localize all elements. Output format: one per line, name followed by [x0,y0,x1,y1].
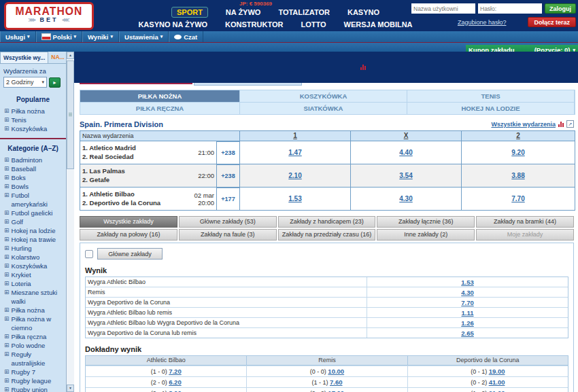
odds-1[interactable]: 2.10 [288,172,301,179]
external-link-icon[interactable]: ↗ [566,120,574,128]
expand-icon[interactable]: ⊞ [4,315,10,332]
sidebar-category[interactable]: ⊞Bowls [0,182,66,191]
sidebar-item-pilka-nozna[interactable]: ⊞Piłka nożna [0,107,66,115]
sidebar-category[interactable]: ⊞Loteria [0,279,66,288]
odds-link[interactable]: 6.20 [169,378,182,386]
odds-link[interactable]: 1.53 [461,279,474,286]
expand-icon[interactable]: ⊞ [4,182,10,191]
password-input[interactable] [478,3,542,14]
statistics-icon[interactable] [558,122,564,127]
expand-icon[interactable]: ⊞ [4,244,10,253]
expand-icon[interactable]: ⊞ [4,115,10,124]
market-tab-totals[interactable]: Zakłady łącznie (36) [377,216,475,228]
events-period-select[interactable]: 2 Godziny▾ [3,77,47,88]
market-tab-goals[interactable]: Zakłady na bramki (44) [476,216,574,228]
sidebar-category[interactable]: ⊞Rugby union [0,385,66,392]
market-tab-all[interactable]: Wszystkie zakłady [80,216,177,228]
odds-x[interactable]: 4.30 [399,195,412,202]
expand-icon[interactable]: ⊞ [4,288,10,306]
market-tab-main[interactable]: Główne zakłady (53) [179,216,277,228]
sidebar-category[interactable]: ⊞Polo wodne [0,341,66,350]
sidebar-category[interactable]: ⊞Badminton [0,156,66,164]
nav-wersja-mobilna[interactable]: WERSJA MOBILNA [344,20,413,29]
expand-icon[interactable]: ⊞ [4,262,10,270]
odds-header-1[interactable]: 1 [239,131,350,141]
expand-icon[interactable]: ⊞ [4,164,10,173]
nav-sport[interactable]: SPORT [171,7,208,18]
markets-count[interactable]: +238 [217,164,239,187]
sidebar-category[interactable]: ⊞Hokej na lodzie [0,226,66,235]
expand-icon[interactable]: ⊞ [4,341,10,350]
sidebar-category[interactable]: ⊞Piłka ręczna [0,332,66,341]
odds-1[interactable]: 1.53 [288,195,301,202]
nav-totalizator[interactable]: TOTALIZATOR [278,8,330,16]
odds-link[interactable]: 7.70 [461,299,474,306]
market-tab-my-bets[interactable]: Moje zakłady [476,229,574,240]
odds-link[interactable]: 1.26 [461,319,474,327]
odds-header-2[interactable]: 2 [461,131,575,141]
nav-konstruktor[interactable]: KONSTRUKTOR [225,20,283,29]
odds-x[interactable]: 3.54 [399,172,412,179]
expand-icon[interactable]: ⊞ [4,191,10,209]
sidebar-category[interactable]: ⊞Hurling [0,244,66,253]
menu-language[interactable]: Polski▾ [36,31,83,42]
expand-icon[interactable]: ⊞ [4,124,10,133]
expand-icon[interactable]: ⊞ [4,209,10,217]
expand-icon[interactable]: ⊞ [4,235,10,244]
all-events-link[interactable]: Wszystkie wydarzenia [491,121,556,128]
odds-link[interactable]: 10.00 [328,368,344,375]
join-button[interactable]: Dołącz teraz [528,17,576,27]
sidebar-category[interactable]: ⊞Kolarstwo [0,253,66,262]
checkbox-icon[interactable] [85,250,93,258]
sidebar-category[interactable]: ⊞Piłka nożna w ciemno [0,315,66,332]
expand-icon[interactable]: ⊞ [4,385,10,392]
sidebar-category[interactable]: ⊞Boks [0,173,66,182]
sidebar-category[interactable]: ⊞Futbol amerykański [0,191,66,209]
sport-tab-pilka-reczna[interactable]: PIŁKA RĘCZNA [80,103,239,114]
username-input[interactable] [411,3,475,14]
odds-2[interactable]: 9.20 [511,149,524,156]
nav-kasyno-na-zywo[interactable]: KASYNO NA ŻYWO [138,20,207,29]
menu-ustawienia[interactable]: Ustawienia▾ [119,31,169,42]
odds-link[interactable]: 8.00 [169,389,182,392]
login-button[interactable]: Zaloguj [545,3,576,14]
nav-na-zywo[interactable]: NA ŻYWO [226,8,261,16]
lost-password-link[interactable]: Zagubione hasło? [458,19,507,26]
go-button[interactable]: ► [49,77,61,88]
expand-icon[interactable]: ⊞ [4,350,10,368]
menu-wyniki[interactable]: Wyniki▾ [82,31,119,42]
sidebar-tab-all-events[interactable]: Wszystkie wy... [0,52,48,63]
market-tab-handicap[interactable]: Zakłady z handicapem (23) [278,216,376,228]
sidebar-category[interactable]: ⊞Mieszane sztuki walki [0,288,66,306]
sidebar-category[interactable]: ⊞Piłka nożna [0,306,66,315]
sidebar-category[interactable]: ⊞Futbol gaelicki [0,209,66,217]
market-tab-halves[interactable]: Zakłady na połowy (16) [80,229,177,240]
marathonbet-logo[interactable]: MARATHON ⋙ BET ⋘ [4,2,94,30]
expand-icon[interactable]: ⊞ [4,279,10,288]
expand-icon[interactable]: ⊞ [4,107,10,115]
odds-2[interactable]: 3.88 [511,172,524,179]
sidebar-category[interactable]: ⊞Hokej na trawie [0,235,66,244]
sport-tab-koszykowka[interactable]: KOSZYKÓWKA [240,90,407,102]
odds-link[interactable]: 19.00 [489,368,505,375]
market-tab-other[interactable]: Inne zakłady (2) [377,229,475,240]
sport-tab-pilka-nozna[interactable]: PIŁKA NOŻNA [80,90,239,102]
odds-link[interactable]: 4.30 [461,289,474,296]
expand-icon[interactable]: ⊞ [4,306,10,315]
sidebar-category[interactable]: ⊞Rugby 7 [0,368,66,376]
odds-link[interactable]: 1.11 [462,309,474,317]
sidebar-item-tenis[interactable]: ⊞Tenis [0,115,66,124]
expand-icon[interactable]: ⊞ [4,332,10,341]
expand-icon[interactable]: ⊞ [4,270,10,279]
odds-link[interactable]: 7.20 [169,368,182,375]
odds-link[interactable]: 21.00 [489,389,505,392]
expand-icon[interactable]: ⊞ [4,156,10,164]
odds-link[interactable]: 41.00 [489,378,505,386]
sidebar-category[interactable]: ⊞Krykiet [0,270,66,279]
expand-icon[interactable]: ⊞ [4,253,10,262]
sport-tab-tenis[interactable]: TENIS [407,90,574,102]
market-tab-fouls[interactable]: Zakłady na faule (3) [179,229,277,240]
expand-icon[interactable]: ⊞ [4,217,10,226]
menu-czat[interactable]: Czat [169,31,203,42]
menu-uslugi[interactable]: Usługi▾ [0,31,36,42]
